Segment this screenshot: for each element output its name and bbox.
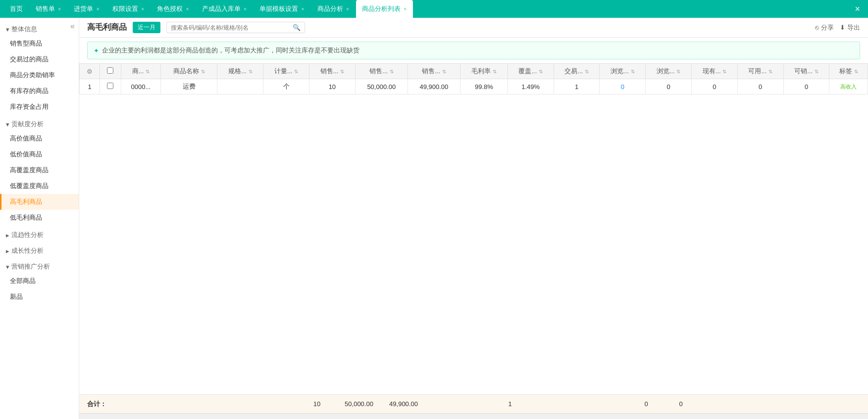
nav-tab-8[interactable]: 商品分析列表× — [356, 0, 412, 18]
nav-tab-close-7[interactable]: × — [346, 6, 349, 12]
search-icon[interactable]: 🔍 — [293, 24, 301, 31]
footer-cell-6: 10 — [297, 400, 337, 408]
footer-label: 合计： — [87, 400, 127, 409]
nav-tab-2[interactable]: 进货单× — [68, 0, 105, 18]
footer-cell-5 — [267, 400, 297, 408]
cell-browse1[interactable]: 0 — [600, 79, 646, 94]
sort-icon-browse1: ⇅ — [631, 69, 635, 74]
sidebar-item-1-2[interactable]: 高覆盖度商品 — [0, 162, 79, 178]
sidebar-item-4-1[interactable]: 新品 — [0, 289, 79, 305]
cell-sales_cost: 49,900.00 — [408, 79, 460, 94]
cell-tag[interactable]: 高收入 — [829, 79, 868, 94]
footer-cell-8: 49,900.00 — [381, 400, 426, 408]
col-header-name[interactable]: 商品名称 ⇅ — [161, 64, 217, 79]
export-icon: ⬇ — [840, 24, 845, 31]
sidebar-item-0-0[interactable]: 销售型商品 — [0, 36, 79, 51]
sidebar-item-1-4[interactable]: 高毛利商品 — [0, 194, 79, 210]
cell-transaction: 1 — [554, 79, 600, 94]
sort-icon-sellable_stock: ⇅ — [815, 69, 818, 74]
sidebar-group-2[interactable]: ▸流趋性分析 — [0, 226, 79, 241]
cell-num: 1 — [80, 79, 100, 94]
nav-tab-close-4[interactable]: × — [186, 6, 189, 12]
table-footer: 合计： 1050,000.0049,900.00100 — [79, 394, 868, 413]
footer-cell-16: 0 — [664, 400, 698, 408]
nav-tab-7[interactable]: 商品分析× — [311, 0, 355, 18]
nav-tab-close-5[interactable]: × — [244, 6, 247, 12]
nav-tab-close-6[interactable]: × — [301, 6, 304, 12]
col-header-sales_qty[interactable]: 销售... ⇅ — [309, 64, 355, 79]
sidebar-item-1-1[interactable]: 低价值商品 — [0, 146, 79, 162]
cell-name: 运费 — [161, 79, 217, 94]
col-header-sales_cost[interactable]: 销售... ⇅ — [408, 64, 460, 79]
sort-icon-spec: ⇅ — [249, 69, 253, 74]
nav-tab-0[interactable]: 首页 — [4, 0, 29, 18]
table-row: 10000...运费个1050,000.0049,900.0099.8%1.49… — [80, 79, 868, 94]
col-header-current_stock[interactable]: 现有... ⇅ — [692, 64, 738, 79]
cell-current_stock: 0 — [692, 79, 738, 94]
export-button[interactable]: ⬇ 导出 — [840, 23, 860, 32]
search-input[interactable] — [171, 24, 290, 31]
sidebar-group-1[interactable]: ▾贡献度分析 — [0, 115, 79, 131]
sort-icon-name: ⇅ — [201, 69, 205, 74]
nav-tab-6[interactable]: 单据模板设置× — [254, 0, 310, 18]
sidebar-item-4-0[interactable]: 全部商品 — [0, 273, 79, 289]
col-header-sales_amount[interactable]: 销售... ⇅ — [355, 64, 408, 79]
sidebar-item-0-4[interactable]: 库存资金占用 — [0, 99, 79, 115]
link-browse1[interactable]: 0 — [621, 83, 624, 91]
top-navigation: 首页销售单×进货单×权限设置×角色授权×产成品入库单×单据模板设置×商品分析×商… — [0, 0, 868, 18]
sidebar-group-4[interactable]: ▾营销推广分析 — [0, 257, 79, 273]
sidebar-item-0-2[interactable]: 商品分类助销率 — [0, 67, 79, 83]
sidebar: « ▾整体信息销售型商品交易过的商品商品分类助销率有库存的商品库存资金占用▾贡献… — [0, 18, 79, 419]
sort-icon-current_stock: ⇅ — [722, 69, 726, 74]
col-header-settings[interactable]: ⚙ — [80, 64, 100, 79]
cell-code: 0000... — [121, 79, 160, 94]
cell-sellable_stock: 0 — [783, 79, 829, 94]
close-all-tabs[interactable]: × — [851, 4, 864, 14]
sidebar-item-0-3[interactable]: 有库存的商品 — [0, 83, 79, 99]
footer-cell-14 — [594, 400, 629, 408]
col-header-browse2[interactable]: 浏览... ⇅ — [646, 64, 692, 79]
nav-tab-close-1[interactable]: × — [58, 6, 61, 12]
nav-tab-close-3[interactable]: × — [141, 6, 144, 12]
sidebar-item-1-3[interactable]: 低覆盖度商品 — [0, 178, 79, 194]
col-header-sellable_stock[interactable]: 可销... ⇅ — [783, 64, 829, 79]
page-title: 高毛利商品 — [87, 22, 127, 33]
select-all-checkbox[interactable] — [107, 67, 113, 74]
nav-tab-close-8[interactable]: × — [404, 6, 407, 12]
col-header-tag[interactable]: 标签 ⇅ — [829, 64, 868, 79]
col-header-spec[interactable]: 规格... ⇅ — [217, 64, 263, 79]
sort-icon-code: ⇅ — [146, 69, 150, 74]
col-header-coverage[interactable]: 覆盖... ⇅ — [508, 64, 554, 79]
share-icon: ⎋ — [815, 24, 819, 31]
date-filter-button[interactable]: 近一月 — [133, 22, 160, 33]
nav-tab-close-2[interactable]: × — [96, 6, 99, 12]
sort-icon-coverage: ⇅ — [539, 69, 543, 74]
nav-tab-5[interactable]: 产成品入库单× — [196, 0, 253, 18]
horizontal-scrollbar[interactable] — [79, 413, 868, 419]
share-button[interactable]: ⎋ 分享 — [815, 23, 834, 32]
footer-cell-13 — [560, 400, 594, 408]
sidebar-group-3[interactable]: ▸成长性分析 — [0, 241, 79, 257]
col-header-unit[interactable]: 计量... ⇅ — [263, 64, 309, 79]
col-header-browse1[interactable]: 浏览... ⇅ — [600, 64, 646, 79]
cell-gross_margin: 99.8% — [460, 79, 508, 94]
col-header-gross_margin[interactable]: 毛利率 ⇅ — [460, 64, 508, 79]
col-header-code[interactable]: 商... ⇅ — [121, 64, 160, 79]
footer-cell-3 — [188, 400, 238, 408]
footer-cells: 1050,000.0049,900.00100 — [127, 400, 860, 408]
footer-cell-12 — [525, 400, 560, 408]
sidebar-item-0-1[interactable]: 交易过的商品 — [0, 51, 79, 67]
cell-browse2: 0 — [646, 79, 692, 94]
sidebar-item-1-5[interactable]: 低毛利商品 — [0, 210, 79, 226]
sidebar-item-1-0[interactable]: 高价值商品 — [0, 131, 79, 146]
footer-cell-15: 0 — [629, 400, 664, 408]
sidebar-group-0[interactable]: ▾整体信息 — [0, 20, 79, 36]
nav-tab-4[interactable]: 角色授权× — [151, 0, 195, 18]
col-header-transaction[interactable]: 交易... ⇅ — [554, 64, 600, 79]
sidebar-collapse-btn[interactable]: « — [70, 22, 75, 31]
col-header-available_stock[interactable]: 可用... ⇅ — [737, 64, 783, 79]
nav-tab-3[interactable]: 权限设置× — [106, 0, 150, 18]
col-header-checkbox[interactable] — [100, 64, 121, 79]
nav-tab-1[interactable]: 销售单× — [30, 0, 67, 18]
footer-cell-7: 50,000.00 — [337, 400, 381, 408]
